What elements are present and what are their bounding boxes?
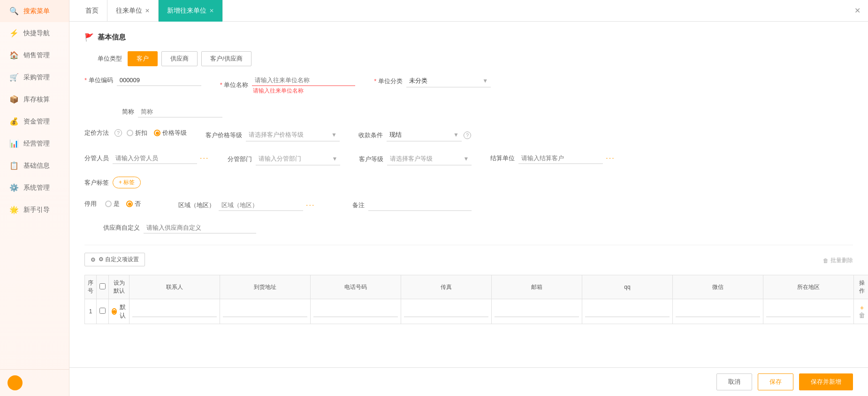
row-area-input[interactable] <box>766 306 851 317</box>
col-wechat: 微信 <box>673 275 763 299</box>
sidebar-item-basicinfo[interactable]: 📋 基础信息 <box>0 155 69 177</box>
row-address <box>220 299 311 324</box>
tabs-bar: 首页 往来单位 ✕ 新增往来单位 ✕ ✕ <box>69 0 868 22</box>
custom-settings-label: ⚙ 自定义项设置 <box>99 256 139 264</box>
form-row-pricing: 定价方法 ? 折扣 价格等级 客户价格等级 请选择客户价格等级 <box>84 129 853 145</box>
pricing-radio-group: 折扣 价格等级 <box>127 129 187 137</box>
unit-type-both-button[interactable]: 客户/供应商 <box>201 51 251 66</box>
sidebar-item-search[interactable]: 🔍 搜索菜单 <box>0 0 69 22</box>
sidebar: 🔍 搜索菜单 ⚡ 快捷导航 🏠 销售管理 🛒 采购管理 📦 库存核算 💰 资金管… <box>0 0 69 396</box>
row-area <box>763 299 854 324</box>
row-email-input[interactable] <box>495 306 579 317</box>
row-email <box>492 299 582 324</box>
sidebar-item-system[interactable]: ⚙️ 系统管理 <box>0 177 69 199</box>
payment-terms-select[interactable]: 现结 ▼ <box>387 129 462 141</box>
settlement-unit-input[interactable] <box>518 153 603 164</box>
sidebar-item-newbie[interactable]: 🌟 新手引导 <box>0 199 69 221</box>
manager-input[interactable] <box>113 153 197 164</box>
col-phone: 电话号码 <box>311 275 401 299</box>
tab-partner-list-close[interactable]: ✕ <box>145 8 150 14</box>
search-menu-icon: 🔍 <box>9 7 19 16</box>
row-default-circle <box>112 308 117 315</box>
department-select[interactable]: 请输入分管部门 ▼ <box>256 153 340 165</box>
remark-input[interactable] <box>368 200 472 211</box>
row-add-button[interactable]: + <box>858 304 866 311</box>
row-delete-button[interactable]: 🗑 <box>857 311 867 319</box>
pricing-radio-discount[interactable]: 折扣 <box>127 129 147 137</box>
row-check <box>97 299 109 324</box>
tab-new-partner-close[interactable]: ✕ <box>209 8 214 14</box>
add-tag-button[interactable]: + 标签 <box>113 177 141 188</box>
row-qq <box>582 299 673 324</box>
disabled-no-radio[interactable]: 否 <box>126 200 141 208</box>
save-new-button[interactable]: 保存并新增 <box>799 373 853 390</box>
settlement-unit-more-button[interactable]: ··· <box>606 154 615 163</box>
pricing-method-help-icon[interactable]: ? <box>114 129 122 137</box>
select-all-checkbox[interactable] <box>99 283 106 289</box>
row-fax-input[interactable] <box>404 306 488 317</box>
customer-level-chevron-icon: ▼ <box>463 155 469 162</box>
customer-level-select[interactable]: 请选择客户等级 ▼ <box>387 153 472 165</box>
sidebar-item-quicknav[interactable]: ⚡ 快捷导航 <box>0 22 69 44</box>
remark-field: 备注 <box>352 200 472 211</box>
row-qq-input[interactable] <box>585 306 670 317</box>
row-wechat-input[interactable] <box>676 306 760 317</box>
close-all-tabs-button[interactable]: ✕ <box>854 6 860 15</box>
sidebar-item-sales-label: 销售管理 <box>23 51 50 60</box>
unit-code-input[interactable] <box>117 75 201 86</box>
customer-level-placeholder: 请选择客户等级 <box>390 155 461 163</box>
row-phone-input[interactable] <box>313 306 398 317</box>
manager-more-button[interactable]: ··· <box>200 154 209 163</box>
department-placeholder: 请输入分管部门 <box>259 155 330 163</box>
cancel-button[interactable]: 取消 <box>716 373 752 390</box>
form-row-disabled: 停用 是 否 区域（地区） ··· 备注 <box>84 200 853 215</box>
table-section: ⚙ ⚙ 自定义项设置 🗑 批量删除 序号 设为默认 联系人 到货地址 <box>84 253 853 324</box>
supplier-custom-field: 供应商自定义 <box>103 222 256 233</box>
customer-level-field: 客户等级 请选择客户等级 ▼ <box>359 153 472 165</box>
sidebar-item-purchase[interactable]: 🛒 采购管理 <box>0 66 69 88</box>
form-row-tags: 客户标签 + 标签 <box>84 177 853 192</box>
unit-type-customer-button[interactable]: 客户 <box>128 51 158 66</box>
short-name-input[interactable] <box>138 106 222 117</box>
custom-settings-button[interactable]: ⚙ ⚙ 自定义项设置 <box>84 253 145 266</box>
sidebar-item-sales[interactable]: 🏠 销售管理 <box>0 44 69 66</box>
row-address-input[interactable] <box>223 306 307 317</box>
unit-category-label: 单位分类 <box>374 77 403 85</box>
pricing-radio-level[interactable]: 价格等级 <box>154 129 187 137</box>
sidebar-item-inventory[interactable]: 📦 库存核算 <box>0 88 69 110</box>
region-more-button[interactable]: ··· <box>306 201 315 210</box>
customer-level-label: 客户等级 <box>359 155 383 163</box>
tab-home[interactable]: 首页 <box>77 0 107 22</box>
unit-type-supplier-button[interactable]: 供应商 <box>161 51 198 66</box>
manager-label: 分管人员 <box>84 154 109 163</box>
system-icon: ⚙️ <box>9 183 19 192</box>
finance-icon: 💰 <box>9 117 19 126</box>
tab-partner-list[interactable]: 往来单位 ✕ <box>107 0 159 22</box>
unit-name-input[interactable] <box>252 75 355 86</box>
remark-label: 备注 <box>352 201 365 210</box>
payment-terms-help-icon[interactable]: ? <box>464 132 471 139</box>
sidebar-item-finance-label: 资金管理 <box>23 117 50 126</box>
disabled-yes-radio[interactable]: 是 <box>105 200 120 208</box>
save-button[interactable]: 保存 <box>758 373 793 390</box>
row-checkbox[interactable] <box>99 308 106 314</box>
sidebar-item-inventory-label: 库存核算 <box>23 95 50 104</box>
row-contact-input[interactable] <box>132 306 217 317</box>
unit-category-select[interactable]: 未分类 ▼ <box>406 75 491 87</box>
batch-delete-button[interactable]: 🗑 批量删除 <box>823 256 853 264</box>
payment-terms-field: 收款条件 现结 ▼ ? <box>358 129 471 141</box>
pricing-level-label: 价格等级 <box>162 129 187 137</box>
tab-new-partner-label: 新增往来单位 <box>167 7 206 15</box>
payment-terms-value: 现结 <box>389 131 451 139</box>
supplier-custom-input[interactable] <box>144 222 256 233</box>
main-area: 首页 往来单位 ✕ 新增往来单位 ✕ ✕ 🚩 基本信息 单位类型 客户 供应商 … <box>69 0 868 396</box>
department-label: 分管部门 <box>228 155 252 163</box>
region-input[interactable] <box>219 200 303 211</box>
tab-new-partner[interactable]: 新增往来单位 ✕ <box>159 0 223 22</box>
sidebar-item-operations[interactable]: 📊 经营管理 <box>0 132 69 155</box>
customer-price-level-select[interactable]: 请选择客户价格等级 ▼ <box>246 129 340 141</box>
col-seq: 序号 <box>85 275 97 299</box>
pricing-method-field: 定价方法 ? 折扣 价格等级 <box>84 129 187 137</box>
row-default-radio[interactable]: 默认 <box>112 303 126 320</box>
sidebar-item-finance[interactable]: 💰 资金管理 <box>0 110 69 132</box>
